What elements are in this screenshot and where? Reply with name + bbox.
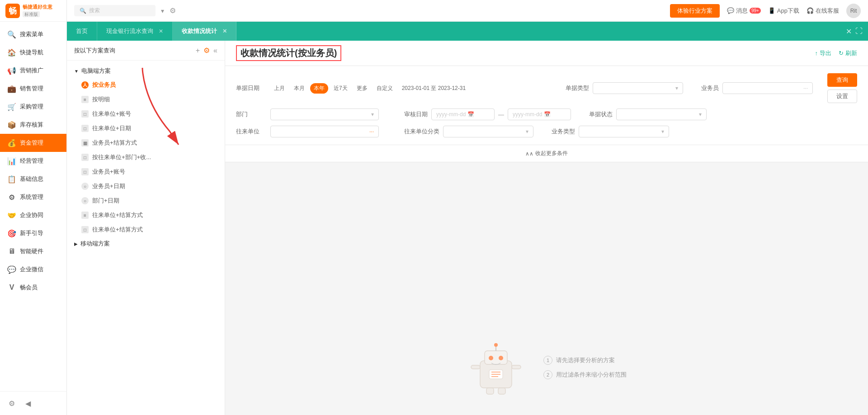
tree-item-by-salesman[interactable]: 人 按业务员: [67, 78, 225, 92]
partner-category-select[interactable]: ▾: [443, 126, 533, 137]
filter-area: 单据日期 上月 本月 本年 近7天 更多 自定义 2023-01-01 至 20…: [225, 66, 868, 145]
voucher-type-select[interactable]: ▾: [593, 82, 683, 94]
query-button[interactable]: 查询: [827, 73, 857, 87]
sidebar-item-inventory[interactable]: 📦 库存核算: [0, 116, 66, 134]
tree-group-mobile-header[interactable]: ▶ 移动端方案: [67, 237, 225, 250]
header-dropdown-icon[interactable]: ▾: [161, 7, 164, 14]
partner-select[interactable]: ···: [270, 126, 379, 137]
online-service-button[interactable]: 🎧 在线客服: [807, 7, 839, 15]
date-tab-7days[interactable]: 近7天: [330, 83, 351, 94]
refresh-label: 刷新: [845, 49, 857, 57]
tree-item-by-detail[interactable]: ≡ 按明细: [67, 92, 225, 107]
tab-maximize-icon[interactable]: ⛶: [855, 27, 863, 35]
date-tabs: 上月 本月 本年 近7天 更多 自定义: [270, 83, 396, 94]
date-filter-control: 上月 本月 本年 近7天 更多 自定义 2023-01-01 至 2023-12…: [270, 83, 540, 94]
collapse-panel-icon[interactable]: «: [213, 47, 217, 55]
tab-bank-flow[interactable]: 现金银行流水查询 ✕: [97, 22, 173, 41]
review-date-start[interactable]: yyyy-mm-dd 📅: [431, 108, 495, 120]
main-area: 🔍 搜索 ▾ ⚙ 体验行业方案 💬 消息 99+ 📱 App下载 🎧 在线客服 …: [67, 0, 868, 415]
svg-rect-6: [471, 365, 480, 369]
tab-home[interactable]: 首页: [67, 22, 97, 41]
salesman-settlement-label: 业务员+结算方式: [92, 139, 137, 147]
pc-group-arrow: ▼: [74, 69, 79, 74]
hint-num-1: 1: [543, 356, 552, 365]
sidebar-item-hardware[interactable]: 🖥 智能硬件: [0, 242, 66, 260]
dept-select[interactable]: ▾: [270, 108, 379, 120]
tab-collection-stats-close[interactable]: ✕: [222, 28, 227, 34]
search-icon: 🔍: [80, 8, 86, 14]
tree-item-partner-account[interactable]: □ 往来单位+账号: [67, 107, 225, 121]
tree-item-salesman-date[interactable]: ○ 业务员+日期: [67, 179, 225, 193]
sidebar-item-search-menu[interactable]: 🔍 搜索菜单: [0, 25, 66, 43]
partner-account-icon: □: [81, 110, 89, 118]
hint-num-2: 2: [543, 370, 552, 379]
date-tab-this-month[interactable]: 本月: [290, 83, 308, 94]
sidebar-item-marketing[interactable]: 📢 营销推广: [0, 61, 66, 80]
salesman-more-icon[interactable]: ···: [803, 85, 808, 91]
business-type-arrow: ▾: [661, 128, 664, 135]
business-type-select[interactable]: ▾: [579, 126, 669, 137]
sidebar-logo: 畅 畅捷通好生意 标准版: [0, 0, 66, 22]
sidebar-item-enterprise[interactable]: 🤝 企业协同: [0, 206, 66, 224]
tree-item-salesman-account[interactable]: □ 业务员+账号: [67, 165, 225, 179]
header-search[interactable]: 🔍 搜索: [74, 5, 156, 16]
sidebar-settings-icon[interactable]: ⚙: [5, 397, 18, 410]
tree-item-partner-dept-collect[interactable]: □ 按往来单位+部门+收...: [67, 150, 225, 165]
sidebar-item-base-info[interactable]: 📋 基础信息: [0, 170, 66, 188]
message-button[interactable]: 💬 消息 99+: [727, 7, 761, 15]
sidebar-collapse-icon[interactable]: ◀: [22, 397, 34, 410]
tree-item-partner-date[interactable]: □ 往来单位+日期: [67, 121, 225, 136]
partner-more-btn[interactable]: ···: [369, 128, 374, 135]
tree-item-salesman-settlement[interactable]: ▦ 业务员+结算方式: [67, 136, 225, 150]
action-buttons: 查询 设置: [827, 73, 857, 103]
page-content: 按以下方案查询 + ⚙ « ▼ 电脑端方案 人 按业务员: [67, 41, 868, 415]
date-tab-this-year[interactable]: 本年: [310, 83, 328, 94]
sidebar-item-sys-mgmt[interactable]: ⚙ 系统管理: [0, 188, 66, 206]
sidebar-item-guide[interactable]: 🎯 新手引导: [0, 224, 66, 242]
app-download-icon: 📱: [768, 7, 775, 14]
date-tab-more[interactable]: 更多: [353, 83, 371, 94]
sidebar-item-purchase[interactable]: 🛒 采购管理: [0, 98, 66, 116]
refresh-button[interactable]: ↻ 刷新: [839, 49, 857, 57]
collapse-button[interactable]: ∧∧ 收起更多条件: [525, 150, 568, 157]
tree-item-partner-settlement1[interactable]: ≡ 往来单位+结算方式: [67, 208, 225, 222]
header-gear-icon[interactable]: ⚙: [170, 6, 176, 15]
tree-item-dept-date[interactable]: ○ 部门+日期: [67, 193, 225, 208]
trial-button[interactable]: 体验行业方案: [670, 4, 720, 18]
user-avatar[interactable]: Rit: [846, 4, 861, 18]
tab-collection-stats[interactable]: 收款情况统计 ✕: [173, 22, 236, 41]
date-tab-last-month[interactable]: 上月: [270, 83, 288, 94]
dept-label: 部门: [236, 110, 263, 118]
review-date-end[interactable]: yyyy-mm-dd 📅: [508, 108, 571, 120]
app-download-button[interactable]: 📱 App下载: [768, 7, 799, 15]
date-tab-custom[interactable]: 自定义: [373, 83, 396, 94]
settings-button[interactable]: 设置: [827, 90, 857, 103]
sidebar-item-member[interactable]: V 畅会员: [0, 278, 66, 297]
salesman-select[interactable]: ···: [722, 82, 813, 94]
tab-close-window-icon[interactable]: ✕: [846, 27, 852, 36]
search-placeholder: 搜索: [89, 7, 100, 14]
sidebar-item-operation[interactable]: 📊 经营管理: [0, 152, 66, 170]
by-salesman-icon: 人: [81, 81, 89, 89]
sys-mgmt-icon: ⚙: [7, 193, 16, 202]
voucher-status-select[interactable]: ▾: [616, 108, 707, 120]
export-button[interactable]: ↑ 导出: [815, 49, 832, 57]
tab-bank-flow-close[interactable]: ✕: [159, 28, 163, 34]
scheme-settings-icon[interactable]: ⚙: [203, 46, 210, 55]
business-type-label: 业务类型: [552, 127, 575, 136]
tree-item-partner-settlement2[interactable]: □ 往来单位+结算方式: [67, 222, 225, 237]
add-scheme-icon[interactable]: +: [196, 47, 200, 55]
sidebar-item-wechat[interactable]: 💬 企业微信: [0, 260, 66, 278]
left-panel-header: 按以下方案查询 + ⚙ «: [67, 41, 225, 61]
partner-category-filter: 往来单位分类 ▾: [404, 126, 533, 137]
calendar-icon-end[interactable]: 📅: [544, 111, 551, 118]
partner-date-label: 往来单位+日期: [92, 124, 131, 132]
sidebar-item-fund[interactable]: 💰 资金管理: [0, 134, 66, 152]
calendar-icon-start[interactable]: 📅: [467, 111, 474, 118]
tree-group-pc-header[interactable]: ▼ 电脑端方案: [67, 64, 225, 78]
mobile-group-label: 移动端方案: [80, 240, 110, 248]
sidebar-item-sales[interactable]: 💼 销售管理: [0, 80, 66, 98]
sidebar-label-quick-nav: 快捷导航: [20, 48, 43, 57]
sidebar-item-quick-nav[interactable]: 🏠 快捷导航: [0, 43, 66, 61]
tree-group-mobile: ▶ 移动端方案: [67, 237, 225, 250]
